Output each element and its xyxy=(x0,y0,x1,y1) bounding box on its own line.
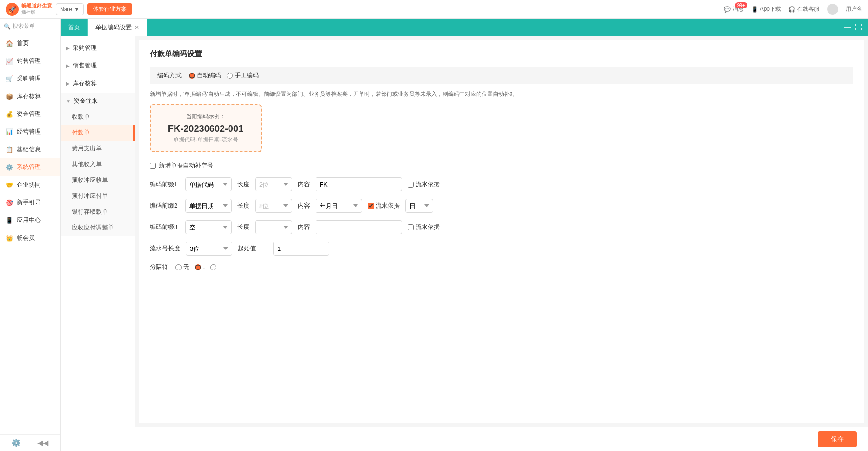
tab-close-icon[interactable]: ✕ xyxy=(135,24,139,31)
tab-maximize-icon[interactable]: ⛶ xyxy=(855,23,862,32)
company-name: Nare xyxy=(60,6,72,13)
content2-select[interactable]: 年月日 xyxy=(316,199,362,213)
sidebar-item-home-label: 首页 xyxy=(17,39,29,47)
sep-dot-radio[interactable] xyxy=(210,264,216,270)
tab-encode-setting[interactable]: 单据编码设置 ✕ xyxy=(88,19,147,36)
sep-none[interactable]: 无 xyxy=(175,263,189,271)
sidebar-item-sales[interactable]: 📈 销售管理 xyxy=(0,52,60,70)
serial1-check[interactable]: 流水依据 xyxy=(408,180,440,188)
prefix3-select[interactable]: 空 xyxy=(185,220,232,234)
group-sales: ▶ 销售管理 xyxy=(61,58,135,74)
collapse-icon[interactable]: ◀◀ xyxy=(37,438,48,447)
nav-payment[interactable]: 付款单 xyxy=(61,125,135,141)
page-title: 付款单编码设置 xyxy=(150,49,853,59)
user-avatar[interactable] xyxy=(827,4,838,15)
settings-bottom-icon[interactable]: ⚙️ xyxy=(12,438,21,447)
prefix1-select[interactable]: 单据代码 xyxy=(185,177,232,191)
message-badge: 99+ xyxy=(735,2,747,8)
sidebar-item-guide-label: 新手引导 xyxy=(17,198,41,207)
length1-label: 长度 xyxy=(237,180,249,188)
group-inventory-title[interactable]: ▶ 库存核算 xyxy=(61,75,135,91)
preview-label: 当前编码示例： xyxy=(162,113,249,121)
tab-minimize-icon[interactable]: — xyxy=(844,23,851,32)
sidebar-item-finance[interactable]: 💰 资金管理 xyxy=(0,105,60,123)
serial3-checkbox[interactable] xyxy=(408,224,414,230)
tab-home[interactable]: 首页 xyxy=(61,19,88,36)
manual-encode-option[interactable]: 手工编码 xyxy=(227,71,259,80)
bottom-bar: 保存 xyxy=(61,427,868,451)
nav-ar-ap[interactable]: 应收应付调整单 xyxy=(61,220,135,236)
content1-input[interactable] xyxy=(316,177,402,191)
auto-fill-label: 新增单据自动补空号 xyxy=(159,162,213,170)
experience-button[interactable]: 体验行业方案 xyxy=(87,3,132,15)
sep-dash[interactable]: - xyxy=(195,264,205,271)
manual-encode-label: 手工编码 xyxy=(235,71,259,80)
length3-select[interactable] xyxy=(255,220,292,234)
encode-mode-label: 编码方式 xyxy=(157,71,182,80)
sidebar-search[interactable]: 🔍 搜索菜单 xyxy=(0,19,60,34)
company-selector[interactable]: Nare ▼ xyxy=(56,3,84,15)
sidebar-item-inventory[interactable]: 📦 库存核算 xyxy=(0,88,60,105)
group-inventory-label: 库存核算 xyxy=(73,79,97,88)
day-select[interactable]: 日 xyxy=(405,199,433,213)
save-button[interactable]: 保存 xyxy=(818,431,857,447)
prefix1-row: 编码前缀1 单据代码 长度 2位 内容 流水依据 xyxy=(150,177,853,191)
nav-expense[interactable]: 费用支出单 xyxy=(61,141,135,156)
serial1-checkbox[interactable] xyxy=(408,182,414,188)
app-download-item[interactable]: 📱 App下载 xyxy=(751,5,781,13)
tab-encode-label: 单据编码设置 xyxy=(95,23,132,32)
second-sidebar: ▶ 采购管理 ▶ 销售管理 ▶ 库存核算 xyxy=(61,36,135,427)
manual-encode-radio[interactable] xyxy=(227,73,233,79)
sidebar-bottom: ⚙️ ◀◀ xyxy=(0,434,60,451)
prefix1-label: 编码前缀1 xyxy=(150,180,180,188)
sidebar-item-apps-label: 应用中心 xyxy=(17,216,41,224)
sidebar-item-operation[interactable]: 📊 经营管理 xyxy=(0,123,60,141)
sidebar-item-member[interactable]: 👑 畅会员 xyxy=(0,229,60,247)
group-purchase-title[interactable]: ▶ 采购管理 xyxy=(61,40,135,56)
content3-input[interactable] xyxy=(316,220,402,234)
nav-income[interactable]: 其他收入单 xyxy=(61,156,135,172)
message-icon: 💬 xyxy=(724,6,731,13)
serial-length-label: 流水号长度 xyxy=(150,244,180,253)
username: 用户名 xyxy=(846,5,862,13)
serial3-check[interactable]: 流水依据 xyxy=(408,223,440,231)
sidebar-item-purchase[interactable]: 🛒 采购管理 xyxy=(0,70,60,88)
length2-select[interactable]: 8位 xyxy=(255,199,292,213)
tab-bar: 首页 单据编码设置 ✕ — ⛶ xyxy=(61,19,868,36)
nav-bank[interactable]: 银行存取款单 xyxy=(61,204,135,220)
sep-dot[interactable]: . xyxy=(210,264,220,271)
nav-receipt[interactable]: 收款单 xyxy=(61,109,135,125)
group-sales-title[interactable]: ▶ 销售管理 xyxy=(61,58,135,74)
prefix2-select[interactable]: 单据日期 xyxy=(185,199,232,213)
message-item[interactable]: 💬 消息 99+ xyxy=(724,5,744,13)
length3-label: 长度 xyxy=(237,223,249,231)
serial-length-row: 流水号长度 3位 起始值 xyxy=(150,242,853,256)
sep-none-radio[interactable] xyxy=(175,264,182,270)
auto-encode-radio[interactable] xyxy=(189,73,195,79)
auto-encode-option[interactable]: 自动编码 xyxy=(189,71,221,80)
nav-prepay-pay[interactable]: 预付冲应付单 xyxy=(61,188,135,204)
serial-length-select[interactable]: 3位 xyxy=(186,242,232,256)
content1-label: 内容 xyxy=(298,180,310,188)
sidebar-item-apps[interactable]: 📱 应用中心 xyxy=(0,211,60,229)
serial2-checkbox[interactable] xyxy=(368,203,374,209)
sidebar-item-system[interactable]: ⚙️ 系统管理 xyxy=(0,158,60,176)
sidebar-item-home[interactable]: 🏠 首页 xyxy=(0,34,60,52)
nav-prepay-recv[interactable]: 预收冲应收单 xyxy=(61,172,135,188)
online-service-item[interactable]: 🎧 在线客服 xyxy=(788,5,820,13)
sidebar-item-basic[interactable]: 📋 基础信息 xyxy=(0,141,60,158)
group-finance-label: 资金往来 xyxy=(74,97,98,105)
apps-icon: 📱 xyxy=(6,216,13,224)
sep-none-label: 无 xyxy=(183,263,189,271)
auto-fill-checkbox[interactable] xyxy=(150,163,156,169)
sidebar-item-enterprise[interactable]: 🤝 企业协同 xyxy=(0,176,60,194)
group-finance-title[interactable]: ▼ 资金往来 xyxy=(61,93,135,109)
prefix2-row: 编码前缀2 单据日期 长度 8位 内容 年月日 流水依据 xyxy=(150,199,853,213)
length1-select[interactable]: 2位 xyxy=(255,177,292,191)
serial2-check[interactable]: 流水依据 xyxy=(368,202,400,210)
sidebar-item-guide[interactable]: 🎯 新手引导 xyxy=(0,194,60,211)
main-layout: 🔍 搜索菜单 🏠 首页 📈 销售管理 🛒 采购管理 📦 库存核算 💰 资金管理 … xyxy=(0,19,868,451)
sep-dash-radio[interactable] xyxy=(195,264,201,270)
group-finance: ▼ 资金往来 收款单 付款单 费用支出单 其他收入单 预收冲应收单 预付冲应付单… xyxy=(61,93,135,236)
start-value-input[interactable] xyxy=(273,242,329,256)
